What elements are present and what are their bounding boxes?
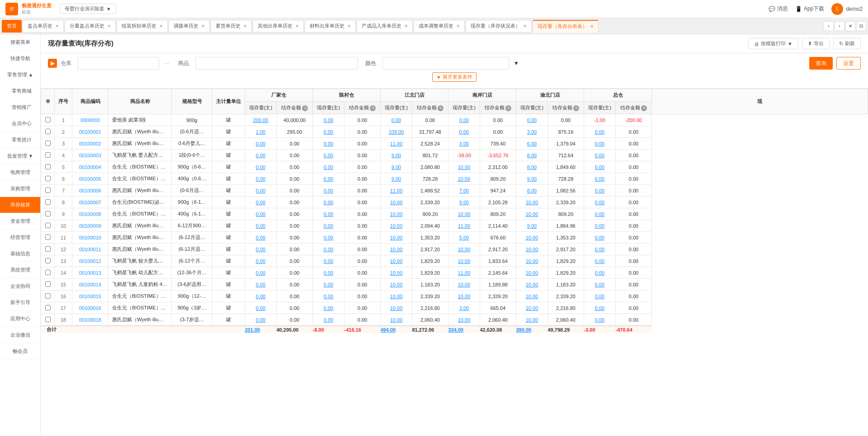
row-na-qty[interactable]: 9.00 xyxy=(448,197,480,208)
tab-close-icon[interactable]: ✕ xyxy=(55,23,59,28)
row-zc-qty[interactable]: 0.00 xyxy=(584,314,616,326)
row-fj-qty[interactable]: 0.00 xyxy=(245,161,277,173)
row-jb-qty[interactable]: 0.00 xyxy=(381,114,412,126)
row-jb-qty[interactable]: 10.00 xyxy=(381,197,412,208)
row-zc-qty[interactable]: 0.00 xyxy=(584,232,616,244)
row-check[interactable] xyxy=(41,126,55,138)
row-check[interactable] xyxy=(41,220,55,232)
row-na-qty[interactable]: 7.00 xyxy=(448,185,480,197)
tab-close-icon[interactable]: ✕ xyxy=(159,23,163,28)
row-fj-qty[interactable]: 1.00 xyxy=(245,126,277,138)
row-zc-qty[interactable]: 0.00 xyxy=(584,220,616,232)
row-zc-qty[interactable]: 0.00 xyxy=(584,161,616,173)
row-check[interactable] xyxy=(41,161,55,173)
info-icon-4[interactable]: ① xyxy=(505,105,511,111)
row-yb-qty[interactable]: 10.00 xyxy=(516,244,548,255)
row-yb-qty[interactable]: 10.00 xyxy=(516,232,548,244)
row-yb-qty[interactable]: 6.00 xyxy=(516,138,548,150)
row-yb-qty[interactable]: 10.00 xyxy=(516,255,548,267)
warehouse-input[interactable] xyxy=(78,57,159,70)
tab-disassemble[interactable]: 组装拆卸单历史 ✕ xyxy=(117,20,168,33)
row-na-qty[interactable]: 10.00 xyxy=(448,173,480,185)
row-zc-qty[interactable]: 0.00 xyxy=(584,208,616,220)
row-jb-qty[interactable]: 10.00 xyxy=(381,208,412,220)
row-zc-qty[interactable]: 0.00 xyxy=(584,244,616,255)
tab-close-icon[interactable]: ✕ xyxy=(107,23,111,28)
row-fj-qty[interactable]: 0.00 xyxy=(245,138,277,150)
row-na-qty[interactable]: 10.00 xyxy=(448,255,480,267)
row-cc-qty[interactable]: 0.00 xyxy=(313,173,344,185)
tab-material-out[interactable]: 材料出库单历史 ✕ xyxy=(305,20,356,33)
row-na-qty[interactable]: 0.00 xyxy=(448,126,480,138)
sidebar-item-inventory[interactable]: 库存核算 xyxy=(0,197,40,213)
footer-yb-qty[interactable]: 390.00 xyxy=(516,326,548,333)
tab-next-btn[interactable]: › xyxy=(835,21,844,31)
tab-split-count[interactable]: 分量盘点单历史 ✕ xyxy=(65,20,116,33)
row-zc-qty[interactable]: 0.00 xyxy=(584,185,616,197)
row-na-qty[interactable]: 10.00 xyxy=(448,314,480,326)
row-fj-qty[interactable]: 0.00 xyxy=(245,185,277,197)
row-yb-qty[interactable]: 8.00 xyxy=(516,185,548,197)
row-check[interactable] xyxy=(41,114,55,126)
color-input[interactable] xyxy=(382,57,509,70)
row-fj-qty[interactable]: 0.00 xyxy=(245,232,277,244)
sidebar-item-retail-mgmt[interactable]: 零售管理 ▲ xyxy=(0,67,40,83)
row-jb-qty[interactable]: 11.00 xyxy=(381,138,412,150)
tab-expand-btn[interactable]: ⊡ xyxy=(856,21,866,31)
row-jb-qty[interactable]: 10.00 xyxy=(381,220,412,232)
row-zc-qty[interactable]: 0.00 xyxy=(584,279,616,291)
row-fj-qty[interactable]: 0.00 xyxy=(245,314,277,326)
row-fj-qty[interactable]: 0.00 xyxy=(245,173,277,185)
row-na-qty[interactable]: 0.00 xyxy=(448,114,480,126)
row-zc-qty[interactable]: 0.00 xyxy=(584,173,616,185)
row-jb-qty[interactable]: 10.00 xyxy=(381,279,412,291)
footer-na-qty[interactable]: 334.00 xyxy=(448,326,480,333)
row-jb-qty[interactable]: 10.00 xyxy=(381,255,412,267)
sidebar-item-operation[interactable]: 经营管理 xyxy=(0,230,40,246)
row-yb-qty[interactable]: 10.00 xyxy=(516,267,548,279)
row-check[interactable] xyxy=(41,302,55,314)
row-zc-qty[interactable]: 0.00 xyxy=(584,197,616,208)
row-jb-qty[interactable]: 10.00 xyxy=(381,302,412,314)
tab-inventory-count[interactable]: 盘点单历史 ✕ xyxy=(23,20,64,33)
sidebar-item-member[interactable]: 会员中心 xyxy=(0,116,40,132)
row-na-qty[interactable]: 10.00 xyxy=(448,291,480,302)
footer-cc-qty[interactable]: -8.00 xyxy=(313,326,344,333)
row-yb-qty[interactable]: 9.00 xyxy=(516,220,548,232)
row-cc-qty[interactable]: 0.00 xyxy=(313,267,344,279)
tab-other-out[interactable]: 其他出库单历史 ✕ xyxy=(253,20,304,33)
col-gear[interactable]: ⚙ xyxy=(41,89,55,114)
gear-icon[interactable]: ⚙ xyxy=(46,98,50,104)
row-zc-qty[interactable]: 0.00 xyxy=(584,291,616,302)
row-fj-qty[interactable]: 0.00 xyxy=(245,255,277,267)
print-btn[interactable]: 🖨 按模版打印 ▼ xyxy=(748,38,798,49)
tab-close-active-icon[interactable]: ✕ xyxy=(590,24,594,29)
footer-jb-qty[interactable]: 494.00 xyxy=(381,326,412,333)
message-btn[interactable]: 💬 消息 xyxy=(769,5,788,13)
row-cc-qty[interactable]: 0.00 xyxy=(313,220,344,232)
row-check[interactable] xyxy=(41,208,55,220)
row-na-qty[interactable]: 11.00 xyxy=(448,267,480,279)
row-cc-qty[interactable]: 0.00 xyxy=(313,185,344,197)
row-yb-qty[interactable]: 10.00 xyxy=(516,314,548,326)
tab-prev-btn[interactable]: ‹ xyxy=(824,21,834,31)
row-yb-qty[interactable]: 3.00 xyxy=(516,126,548,138)
row-check[interactable] xyxy=(41,255,55,267)
sidebar-item-appstore[interactable]: 应用中心 xyxy=(0,311,40,327)
row-yb-qty[interactable]: 9.00 xyxy=(516,173,548,185)
row-cc-qty[interactable]: 0.00 xyxy=(313,314,344,326)
tab-stock-status[interactable]: 现存量（库存状况表） ✕ xyxy=(466,20,532,33)
row-cc-qty[interactable]: 0.00 xyxy=(313,208,344,220)
row-check[interactable] xyxy=(41,185,55,197)
row-cc-qty[interactable]: 0.00 xyxy=(313,279,344,291)
row-jb-qty[interactable]: 10.00 xyxy=(381,314,412,326)
goods-input[interactable]: babycare孕妇待产包 春季入院全套母子组合孕妇产后冬季月子用品 22件套 … xyxy=(195,57,358,70)
tab-transfer[interactable]: 调拨单历史 ✕ xyxy=(169,20,210,33)
row-yb-qty[interactable]: 0.00 xyxy=(516,114,548,126)
row-fj-qty[interactable]: 0.00 xyxy=(245,279,277,291)
sidebar-item-wechat[interactable]: 企业微信 xyxy=(0,327,40,343)
sidebar-item-nav[interactable]: 快捷导航 xyxy=(0,51,40,67)
info-icon-5[interactable]: ① xyxy=(573,105,579,111)
row-na-qty[interactable]: 10.00 xyxy=(448,279,480,291)
sidebar-item-marketing[interactable]: 营销推广 xyxy=(0,99,40,116)
